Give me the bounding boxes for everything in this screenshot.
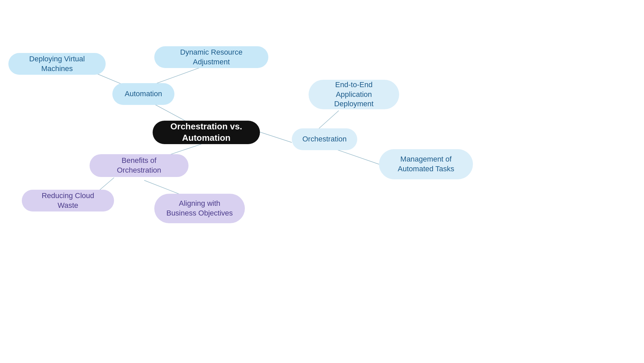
dynamic-resource-node: Dynamic Resource Adjustment [154, 46, 268, 68]
deploying-vms-node: Deploying Virtual Machines [8, 53, 106, 75]
center-node: Orchestration vs. Automation [153, 121, 260, 144]
reducing-cloud-node: Reducing Cloud Waste [22, 190, 114, 211]
end-to-end-node: End-to-End Application Deployment [309, 80, 399, 109]
aligning-node: Aligning with Business Objectives [154, 194, 245, 223]
orchestration-node: Orchestration [292, 128, 357, 150]
svg-line-5 [335, 149, 379, 164]
benefits-node: Benefits of Orchestration [90, 154, 189, 177]
automation-node: Automation [112, 83, 174, 105]
management-node: Management of Automated Tasks [379, 149, 473, 179]
svg-line-3 [260, 132, 292, 142]
svg-line-8 [144, 180, 183, 195]
